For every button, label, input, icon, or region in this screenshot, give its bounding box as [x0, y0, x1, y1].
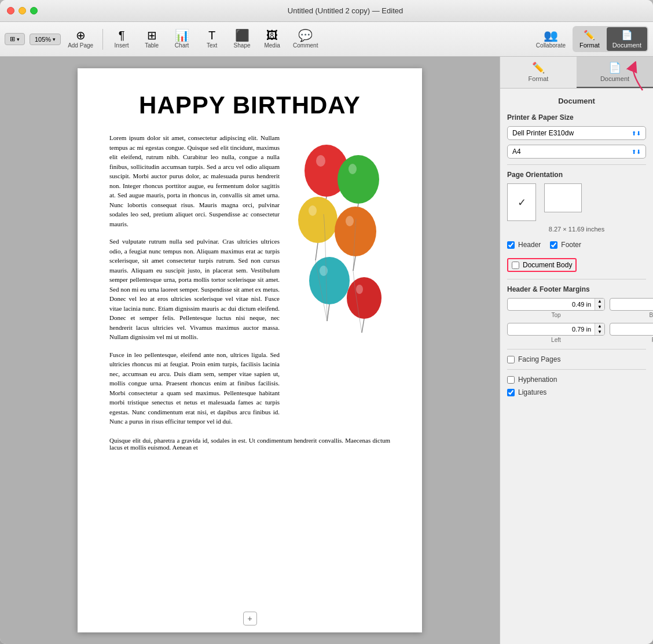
media-button[interactable]: 🖼 Media: [258, 27, 286, 51]
comment-button[interactable]: 💬 Comment: [288, 27, 322, 51]
text-label: Text: [207, 42, 217, 49]
toolbar: ⊞ ▾ 105% ▾ ⊕ Add Page ¶ Insert ⊞ Table 📊…: [0, 22, 653, 57]
left-margin-input[interactable]: [508, 324, 595, 334]
top-margin-label: Top: [507, 312, 605, 318]
paragraph-3: Fusce in leo pellentesque, eleifend ante…: [109, 350, 280, 426]
bottom-margin-input[interactable]: [610, 299, 653, 310]
footer-checkbox[interactable]: [550, 241, 557, 249]
divider-2: [507, 279, 646, 279]
hyphenation-label[interactable]: Hyphenation: [507, 376, 646, 384]
add-page-button[interactable]: ⊕ Add Page: [63, 27, 98, 51]
add-page-button-page[interactable]: +: [243, 612, 257, 625]
portrait-option[interactable]: ✓: [507, 183, 536, 221]
ligatures-label[interactable]: Ligatures: [507, 388, 646, 396]
minimize-button[interactable]: [19, 7, 26, 14]
top-stepper-down[interactable]: ▼: [595, 304, 604, 310]
shape-button[interactable]: ⬛ Shape: [228, 27, 256, 51]
close-button[interactable]: [7, 7, 14, 14]
titlebar: Untitled (Untitled 2 copy) — Edited: [0, 0, 653, 22]
facing-pages-label[interactable]: Facing Pages: [507, 355, 646, 363]
right-panel: ✏️ Format 📄 Document Document Printer & …: [500, 57, 653, 644]
page-size-text: 8.27 × 11.69 inches: [507, 226, 646, 233]
bottom-margin-input-row: ▲ ▼: [610, 298, 653, 311]
shape-icon: ⬛: [235, 30, 250, 41]
divider-1: [507, 164, 646, 165]
printer-select[interactable]: Dell Printer E310dw ⬆⬇: [507, 126, 646, 140]
comment-icon: 💬: [298, 30, 313, 41]
panel-section-title: Document: [507, 97, 646, 105]
toolbar-separator-1: [102, 29, 103, 50]
page-content: Lorem ipsum dolor sit amet, consectetur …: [109, 133, 390, 435]
panel-content: Document Printer & Paper Size Dell Print…: [500, 89, 653, 644]
chart-button[interactable]: 📊 Chart: [168, 27, 196, 51]
tab-document[interactable]: 📄 Document: [577, 57, 653, 88]
media-label: Media: [264, 42, 280, 49]
header-checkbox-label[interactable]: Header: [507, 241, 541, 249]
traffic-lights: [7, 7, 38, 14]
page-footer-text: Quisque elit dui, pharetra a gravida id,…: [109, 437, 390, 451]
printer-section-label: Printer & Paper Size: [507, 113, 646, 122]
svg-point-1: [316, 155, 325, 167]
view-button[interactable]: ⊞ ▾: [5, 33, 25, 45]
document-area[interactable]: HAPPY BIRTHDAY Lorem ipsum dolor sit ame…: [0, 57, 500, 644]
left-margin-stepper: ▲ ▼: [595, 323, 604, 335]
zoom-button[interactable]: 105% ▾: [30, 34, 61, 45]
view-dropdown-icon: ▾: [17, 36, 20, 42]
orientation-section-label: Page Orientation: [507, 171, 646, 179]
format-label: Format: [579, 42, 600, 49]
collaborate-label: Collaborate: [536, 42, 566, 49]
hyphenation-text: Hyphenation: [518, 376, 557, 384]
format-icon: ✏️: [584, 30, 595, 41]
right-margin-input[interactable]: [610, 324, 653, 334]
text-button[interactable]: T Text: [198, 27, 226, 51]
main-content: HAPPY BIRTHDAY Lorem ipsum dolor sit ame…: [0, 57, 653, 644]
right-margin-label: Right: [610, 337, 653, 343]
document-body-highlighted: Document Body: [507, 258, 577, 272]
header-checkbox[interactable]: [507, 241, 515, 249]
top-margin-input[interactable]: [508, 299, 595, 310]
format-tab-label: Format: [529, 75, 549, 82]
page-title: HAPPY BIRTHDAY: [109, 91, 390, 119]
document-tab-btn[interactable]: 📄 Document: [607, 27, 647, 51]
insert-button[interactable]: ¶ Insert: [108, 27, 135, 51]
right-margin-field: ▲ ▼ Right: [610, 323, 653, 343]
paragraph-1: Lorem ipsum dolor sit amet, consectetur …: [109, 133, 280, 229]
add-page-icon: ⊕: [76, 30, 86, 41]
right-margin-input-row: ▲ ▼: [610, 323, 653, 336]
text-column: Lorem ipsum dolor sit amet, consectetur …: [109, 133, 280, 435]
document-body-checkbox[interactable]: [512, 262, 519, 269]
divider-3: [507, 349, 646, 349]
maximize-button[interactable]: [30, 7, 38, 14]
table-button[interactable]: ⊞ Table: [138, 27, 166, 51]
table-icon: ⊞: [147, 30, 157, 41]
left-margin-input-row: ▲ ▼: [507, 323, 605, 336]
left-stepper-up[interactable]: ▲: [595, 323, 604, 329]
svg-point-10: [347, 277, 381, 319]
top-stepper-up[interactable]: ▲: [595, 299, 604, 304]
format-tab-btn[interactable]: ✏️ Format: [574, 27, 606, 51]
paper-select[interactable]: A4 ⬆⬇: [507, 145, 646, 159]
footer-checkbox-label[interactable]: Footer: [550, 241, 581, 249]
top-margin-field: ▲ ▼ Top: [507, 298, 605, 318]
balloon-svg: [289, 133, 390, 347]
toolbar-right: 👥 Collaborate ✏️ Format 📄 Document: [531, 26, 648, 52]
left-stepper-down[interactable]: ▼: [595, 329, 604, 335]
orientation-options: ✓: [507, 183, 646, 221]
paragraph-2: Sed vulputate rutrum nulla sed pulvinar.…: [109, 237, 280, 342]
media-icon: 🖼: [266, 30, 278, 41]
svg-point-2: [337, 155, 379, 204]
format-tab-icon: ✏️: [532, 61, 545, 74]
ligatures-checkbox[interactable]: [507, 389, 515, 396]
add-page-label: Add Page: [68, 42, 93, 49]
svg-point-6: [335, 207, 376, 256]
collaborate-button[interactable]: 👥 Collaborate: [531, 27, 570, 51]
document-page: HAPPY BIRTHDAY Lorem ipsum dolor sit ame…: [78, 68, 422, 632]
portrait-box: ✓: [507, 183, 536, 221]
facing-pages-checkbox[interactable]: [507, 356, 515, 363]
header-footer-row: Header Footer: [507, 241, 646, 253]
chart-label: Chart: [175, 42, 189, 49]
tab-format[interactable]: ✏️ Format: [500, 57, 577, 88]
table-label: Table: [145, 42, 159, 49]
hyphenation-checkbox[interactable]: [507, 376, 515, 384]
landscape-option[interactable]: [544, 183, 582, 221]
